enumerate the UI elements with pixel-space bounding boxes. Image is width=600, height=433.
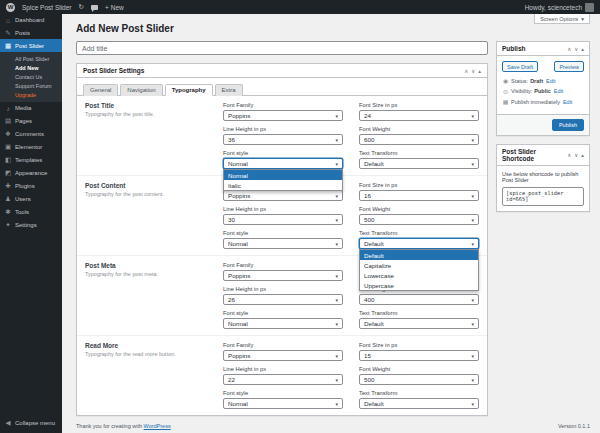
- status-value: Draft: [530, 78, 543, 84]
- submenu-item-add-new[interactable]: Add New: [15, 63, 62, 72]
- read-more-font-family-select[interactable]: Poppins ▾: [223, 350, 343, 361]
- post-content-line-height-select[interactable]: 30 ▾: [223, 214, 343, 225]
- post-content-font-weight-select[interactable]: 500 ▾: [359, 214, 479, 225]
- save-draft-button[interactable]: Save Draft: [502, 61, 538, 72]
- sidebar-item-media[interactable]: ♪ Media: [0, 102, 62, 114]
- howdy-account-link[interactable]: Howdy, sciencetech: [525, 4, 582, 11]
- sidebar-item-elementor[interactable]: ▣ Elementor: [0, 140, 62, 153]
- post-title-text-transform-select[interactable]: Default ▾: [359, 158, 479, 169]
- sidebar-item-tools[interactable]: ✱ Tools: [0, 205, 62, 218]
- post-meta-line-height-select[interactable]: 26 ▾: [223, 294, 343, 305]
- post-content-font-size-select[interactable]: 16 ▾: [359, 190, 479, 201]
- post-title-input[interactable]: [76, 41, 488, 55]
- move-down-icon[interactable]: ∨: [574, 46, 578, 52]
- shortcode-value[interactable]: [spice_post_slider id=665]: [502, 187, 584, 206]
- templates-icon: ◧: [4, 156, 12, 164]
- submenu-item-all-post-slider[interactable]: All Post Slider: [15, 54, 62, 63]
- dropdown-option-capitalize[interactable]: Capitalize: [360, 260, 478, 270]
- post-meta-font-weight-select[interactable]: 400 ▾: [359, 294, 479, 305]
- toggle-panel-icon[interactable]: ▴: [581, 46, 584, 52]
- wordpress-logo-icon[interactable]: W: [6, 3, 15, 12]
- read-more-font-style-select[interactable]: Normal ▾: [223, 398, 343, 409]
- toggle-panel-icon[interactable]: ▴: [478, 68, 481, 74]
- visibility-edit-link[interactable]: Edit: [554, 88, 563, 94]
- post-content-text-transform-select[interactable]: Default ▾: [359, 238, 479, 249]
- post-title-font-family-select[interactable]: Poppins ▾: [223, 110, 343, 121]
- sidebar-item-plugins[interactable]: ✚ Plugins: [0, 179, 62, 192]
- post-title-font-size-select[interactable]: 24 ▾: [359, 110, 479, 121]
- sidebar-item-appearance[interactable]: ◩ Appearance: [0, 166, 62, 179]
- status-label: Status:: [511, 78, 528, 84]
- field-read-more-font-weight: Font Weight 500 ▾: [359, 366, 479, 385]
- tab-extra[interactable]: Extra: [215, 84, 243, 96]
- screen-options-tab[interactable]: Screen Options ▾: [534, 14, 590, 24]
- collapse-menu-button[interactable]: ◀ Collapse menu: [0, 416, 62, 429]
- dropdown-option-normal[interactable]: Normal: [224, 170, 342, 180]
- collapse-label: Collapse menu: [15, 420, 55, 426]
- toggle-panel-icon[interactable]: ▴: [581, 152, 584, 158]
- comments-icon[interactable]: [91, 5, 98, 10]
- elementor-icon: ▣: [4, 143, 12, 151]
- read-more-font-weight-select[interactable]: 500 ▾: [359, 374, 479, 385]
- new-content-button[interactable]: + New: [105, 4, 124, 11]
- read-more-text-transform-select[interactable]: Default ▾: [359, 398, 479, 409]
- chevron-down-icon: ▾: [471, 113, 474, 119]
- avatar[interactable]: [585, 3, 594, 12]
- submenu-item-contact-us[interactable]: Contact Us: [15, 72, 62, 81]
- post-title-font-weight-select[interactable]: 600 ▾: [359, 134, 479, 145]
- sidebar-item-label: Tools: [15, 209, 29, 215]
- select-value: Poppins: [228, 192, 250, 199]
- read-more-line-height-select[interactable]: 22 ▾: [223, 374, 343, 385]
- metabox-header[interactable]: Post Slider Settings ∧ ∨ ▴: [77, 64, 487, 78]
- move-up-icon[interactable]: ∧: [567, 152, 571, 158]
- sidebar-item-pages[interactable]: ▤ Pages: [0, 114, 62, 127]
- sidebar-item-comments[interactable]: ❖ Comments: [0, 127, 62, 140]
- sidebar-item-users[interactable]: ♟ Users: [0, 192, 62, 205]
- sidebar-item-label: Templates: [15, 157, 42, 163]
- post-meta-font-style-select[interactable]: Normal ▾: [223, 318, 343, 329]
- post-meta-text-transform-select[interactable]: Default ▾: [359, 318, 479, 329]
- shortcode-panel-header[interactable]: Post Slider Shortcode ∧ ∨ ▴: [497, 145, 589, 166]
- field-label: Font Weight: [359, 366, 479, 372]
- post-title-line-height-select[interactable]: 36 ▾: [223, 134, 343, 145]
- move-up-icon[interactable]: ∧: [464, 68, 468, 74]
- post-meta-font-family-select[interactable]: Poppins ▾: [223, 270, 343, 281]
- tab-general[interactable]: General: [83, 84, 118, 96]
- sidebar-item-posts[interactable]: ✎ Posts: [0, 26, 62, 39]
- posts-icon: ✎: [4, 29, 12, 37]
- read-more-font-size-select[interactable]: 15 ▾: [359, 350, 479, 361]
- chevron-down-icon: ▾: [335, 273, 338, 279]
- submenu-item-support-forum[interactable]: Support Forum: [15, 81, 62, 90]
- dropdown-option-uppercase[interactable]: Uppercase: [360, 280, 478, 290]
- move-up-icon[interactable]: ∧: [567, 46, 571, 52]
- dropdown-option-default[interactable]: Default: [360, 250, 478, 260]
- sidebar-item-post-slider[interactable]: ▦ Post Slider: [0, 39, 62, 52]
- preview-button[interactable]: Preview: [554, 61, 584, 72]
- field-post-title-font-style: Font style Normal ▾ Normal Italic: [223, 150, 343, 169]
- post-title-font-style-select[interactable]: Normal ▾: [223, 158, 343, 169]
- field-label: Line Height in px: [223, 126, 343, 132]
- schedule-text: Publish immediately: [511, 99, 560, 105]
- post-content-font-family-select[interactable]: Poppins ▾: [223, 190, 343, 201]
- publish-panel-header[interactable]: Publish ∧ ∨ ▴: [497, 42, 589, 56]
- tab-navigation[interactable]: Navigation: [120, 84, 162, 96]
- site-name-link[interactable]: Spice Post Slider: [22, 4, 72, 11]
- dropdown-option-italic[interactable]: Italic: [224, 180, 342, 190]
- schedule-edit-link[interactable]: Edit: [563, 99, 572, 105]
- sidebar-item-dashboard[interactable]: ⌂ Dashboard: [0, 14, 62, 26]
- submenu-item-upgrade[interactable]: Upgrade: [15, 90, 62, 99]
- sidebar-item-settings[interactable]: ✦ Settings: [0, 218, 62, 231]
- select-value: Default: [364, 160, 384, 167]
- move-down-icon[interactable]: ∨: [574, 152, 578, 158]
- publish-button[interactable]: Publish: [552, 119, 584, 131]
- page-title: Add New Post Slider: [76, 23, 590, 34]
- wordpress-link[interactable]: WordPress: [144, 423, 171, 429]
- dropdown-option-lowercase[interactable]: Lowercase: [360, 270, 478, 280]
- tab-typography[interactable]: Typography: [165, 84, 213, 96]
- move-down-icon[interactable]: ∨: [471, 68, 475, 74]
- post-content-font-style-select[interactable]: Normal ▾: [223, 238, 343, 249]
- updates-icon[interactable]: ↻: [79, 3, 84, 11]
- sidebar-item-templates[interactable]: ◧ Templates: [0, 153, 62, 166]
- field-post-content-font-style: Font style Normal ▾: [223, 230, 343, 249]
- status-edit-link[interactable]: Edit: [546, 78, 555, 84]
